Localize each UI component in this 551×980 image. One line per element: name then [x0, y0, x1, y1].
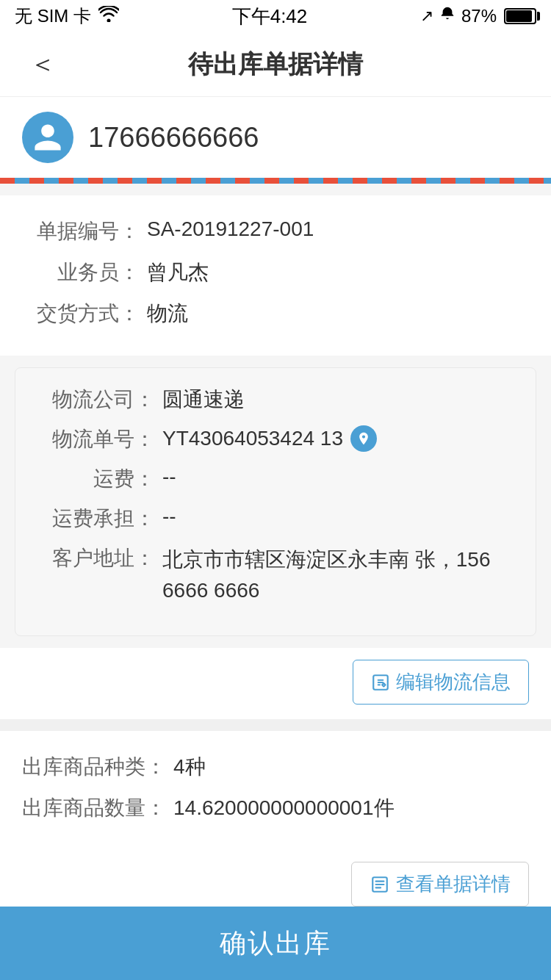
customer-header: 17666666666: [0, 97, 551, 178]
delivery-method-row: 交货方式： 物流: [22, 300, 529, 328]
location-service-icon: ↗: [420, 7, 433, 26]
logistics-section: 物流公司： 圆通速递 物流单号： YT43064053424 13 运费： --…: [15, 367, 536, 636]
view-detail-label: 查看单据详情: [396, 871, 511, 897]
document-number-value: SA-20191227-001: [147, 217, 529, 241]
logistics-freight-bearer-value: --: [162, 505, 514, 528]
goods-section: 出库商品种类： 4种 出库商品数量： 14.620000000000001件: [0, 731, 551, 850]
view-detail-button[interactable]: 查看单据详情: [351, 862, 529, 907]
logistics-company-label: 物流公司：: [37, 386, 155, 414]
status-left: 无 SIM 卡: [15, 4, 119, 28]
logistics-tracking-row: 物流单号： YT43064053424 13: [37, 425, 514, 453]
sales-person-label: 业务员：: [22, 259, 140, 287]
sales-person-row: 业务员： 曾凡杰: [22, 259, 529, 287]
document-number-row: 单据编号： SA-20191227-001: [22, 217, 529, 245]
delivery-method-label: 交货方式：: [22, 300, 140, 328]
goods-quantity-label: 出库商品数量：: [22, 794, 166, 822]
document-number-label: 单据编号：: [22, 217, 140, 245]
logistics-address-value: 北京市市辖区海淀区永丰南 张，156 6666 6666: [162, 544, 514, 606]
battery-icon: [504, 8, 536, 24]
goods-types-row: 出库商品种类： 4种: [22, 753, 529, 781]
document-info-section: 单据编号： SA-20191227-001 业务员： 曾凡杰 交货方式： 物流: [0, 195, 551, 356]
goods-types-value: 4种: [173, 753, 529, 781]
logistics-freight-row: 运费： --: [37, 465, 514, 493]
logistics-freight-bearer-label: 运费承担：: [37, 505, 155, 533]
edit-logistics-label: 编辑物流信息: [396, 669, 511, 695]
logistics-freight-label: 运费：: [37, 465, 155, 493]
status-right: ↗ 87%: [420, 6, 536, 26]
goods-quantity-row: 出库商品数量： 14.620000000000001件: [22, 794, 529, 822]
sales-person-value: 曾凡杰: [147, 259, 529, 287]
battery-percentage: 87%: [461, 6, 497, 26]
dashed-separator: [0, 178, 551, 184]
logistics-company-row: 物流公司： 圆通速递: [37, 386, 514, 414]
confirm-button[interactable]: 确认出库: [0, 907, 551, 980]
nav-bar: ＜ 待出库单据详情: [0, 32, 551, 97]
avatar: [22, 112, 73, 163]
logistics-tracking-value: YT43064053424 13: [162, 425, 514, 452]
edit-button-row: 编辑物流信息: [0, 648, 551, 719]
section-divider: [0, 719, 551, 731]
confirm-label: 确认出库: [220, 926, 331, 962]
goods-quantity-value: 14.620000000000001件: [173, 794, 529, 822]
status-bar: 无 SIM 卡 下午4:42 ↗ 87%: [0, 0, 551, 32]
logistics-freight-value: --: [162, 465, 514, 489]
delivery-method-value: 物流: [147, 300, 529, 328]
customer-phone: 17666666666: [88, 122, 259, 154]
alarm-icon: [439, 6, 455, 26]
page-title: 待出库单据详情: [188, 48, 363, 82]
location-icon[interactable]: [350, 425, 377, 452]
logistics-address-row: 客户地址： 北京市市辖区海淀区永丰南 张，156 6666 6666: [37, 544, 514, 606]
edit-logistics-button[interactable]: 编辑物流信息: [353, 660, 529, 705]
logistics-freight-bearer-row: 运费承担： --: [37, 505, 514, 533]
time-text: 下午4:42: [232, 4, 308, 29]
goods-types-label: 出库商品种类：: [22, 753, 166, 781]
logistics-company-value: 圆通速递: [162, 386, 514, 414]
back-button[interactable]: ＜: [22, 39, 63, 90]
carrier-text: 无 SIM 卡: [15, 4, 91, 28]
wifi-icon: [98, 6, 119, 26]
logistics-tracking-label: 物流单号：: [37, 425, 155, 453]
logistics-address-label: 客户地址：: [37, 544, 155, 572]
